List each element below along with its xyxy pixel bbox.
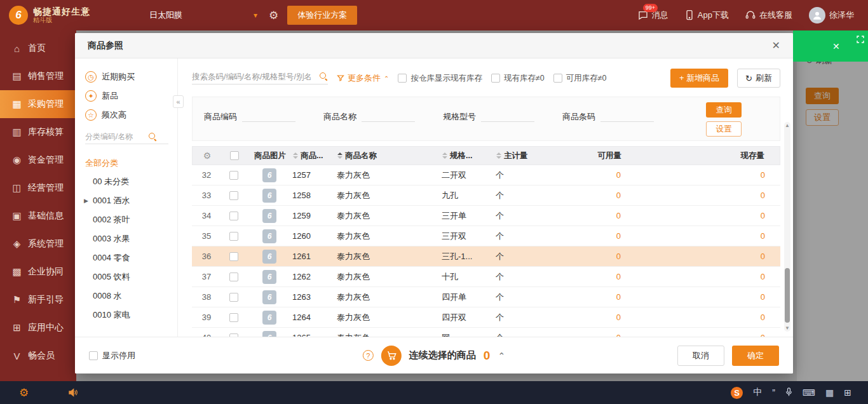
app-download-button[interactable]: App下载	[685, 10, 729, 21]
product-search-input[interactable]	[192, 72, 320, 81]
filter-spec-input[interactable]	[481, 112, 534, 122]
online-service-button[interactable]: 在线客服	[745, 10, 792, 21]
search-icon[interactable]	[320, 72, 328, 81]
sidebar-item-operations[interactable]: ◫ 经营管理	[0, 174, 76, 202]
col-code[interactable]: 商品...	[293, 151, 337, 161]
sidebar-item-member[interactable]: V 畅会员	[0, 342, 76, 370]
help-icon[interactable]: ?	[363, 350, 374, 361]
taskbar-gear-icon[interactable]: ⚙	[19, 386, 29, 400]
sidebar-item-collaboration[interactable]: ▩ 企业协同	[0, 258, 76, 286]
org-selector[interactable]: 日太阳膜 ▾	[149, 10, 257, 21]
row-checkbox[interactable]	[229, 252, 238, 261]
sidebar-item-home[interactable]: ⌂ 首页	[0, 34, 76, 62]
more-filters-button[interactable]: 更多条件 ⌃	[337, 72, 389, 84]
category-all[interactable]: 全部分类	[85, 154, 168, 172]
scrollbar-thumb[interactable]	[785, 268, 790, 323]
sidebar-item-base-info[interactable]: ▣ 基础信息	[0, 202, 76, 230]
checkbox-icon[interactable]	[89, 351, 98, 360]
messages-button[interactable]: 99+ 消息	[638, 10, 668, 21]
show-disabled-checkbox[interactable]: 显示停用	[89, 350, 135, 361]
chinese-mode-icon[interactable]: 中	[753, 387, 762, 398]
grid-icon[interactable]: ⊞	[844, 387, 851, 398]
checkbox-stock-nonzero[interactable]: 现有库存≠0	[491, 73, 545, 84]
settings-gear-icon[interactable]: ⚙	[269, 9, 278, 22]
table-row[interactable]: 35 6 1260 泰力灰色 三开双 个 0 0	[192, 226, 780, 246]
filter-barcode-input[interactable]	[600, 112, 654, 122]
category-item[interactable]: 0004 零食	[85, 248, 168, 267]
row-checkbox[interactable]	[229, 191, 238, 200]
filter-code-input[interactable]	[242, 112, 295, 122]
table-row[interactable]: 33 6 1258 泰力灰色 九孔 个 0 0	[192, 185, 780, 206]
table-row[interactable]: 37 6 1262 泰力灰色 十孔 个 0 0	[192, 267, 780, 287]
sogou-input-icon[interactable]: S	[731, 387, 743, 399]
sidebar-item-guide[interactable]: ⚑ 新手引导	[0, 286, 76, 314]
col-image[interactable]: 商品图片	[247, 151, 293, 161]
sidebar-item-system[interactable]: ◈ 系统管理	[0, 230, 76, 258]
confirm-button[interactable]: 确定	[732, 346, 779, 366]
checkbox-warehouse-stock[interactable]: 按仓库显示现有库存	[398, 73, 482, 84]
cart-icon[interactable]	[381, 346, 402, 366]
table-settings-gear-icon[interactable]: ⚙	[193, 151, 222, 161]
sort-icon[interactable]	[293, 152, 298, 159]
category-item[interactable]: 0005 饮料	[85, 267, 168, 286]
mic-icon[interactable]	[785, 387, 792, 398]
checkbox-icon[interactable]	[398, 74, 407, 83]
checkbox-icon[interactable]	[553, 74, 562, 83]
row-checkbox[interactable]	[229, 273, 238, 281]
category-item[interactable]: 00 未分类	[85, 172, 168, 191]
table-row[interactable]: 38 6 1263 泰力灰色 四开单 个 0 0	[192, 287, 780, 307]
category-item[interactable]: ▶ 0001 酒水	[85, 191, 168, 210]
add-product-button[interactable]: + 新增商品	[670, 69, 728, 88]
table-row[interactable]: 32 6 1257 泰力灰色 二开双 个 0 0	[192, 165, 780, 185]
sort-icon[interactable]	[496, 152, 501, 159]
sidebar-item-funds[interactable]: ◉ 资金管理	[0, 146, 76, 174]
col-stock[interactable]: 现存量	[627, 151, 780, 161]
table-row-selected[interactable]: 36 6 1261 泰力灰色 三孔-1... 个 0 0	[192, 246, 780, 267]
toolbox-icon[interactable]: ▦	[825, 387, 834, 398]
query-button[interactable]: 查询	[706, 102, 742, 118]
expand-triangle-icon[interactable]: ▶	[84, 198, 88, 204]
quick-item-new[interactable]: ✦ 新品	[85, 86, 168, 105]
sidebar-item-inventory[interactable]: ▥ 库存核算	[0, 118, 76, 146]
table-row[interactable]: 39 6 1264 泰力灰色 四开双 个 0 0	[192, 307, 780, 328]
quick-item-frequent[interactable]: ☆ 频次高	[85, 105, 168, 125]
category-item[interactable]: 0008 水	[85, 286, 168, 306]
category-item[interactable]: 0010 家电	[85, 306, 168, 325]
row-checkbox[interactable]	[229, 293, 238, 302]
punctuation-icon[interactable]: ”	[772, 387, 775, 398]
sidebar-item-sales[interactable]: ▤ 销售管理	[0, 62, 76, 90]
category-item[interactable]: 0002 茶叶	[85, 210, 168, 229]
user-menu[interactable]: 徐泽华	[809, 7, 854, 24]
sort-icon[interactable]	[442, 152, 447, 159]
vertical-scrollbar[interactable]: ▲ ▼	[784, 122, 790, 332]
fullscreen-icon[interactable]	[857, 36, 864, 45]
row-checkbox[interactable]	[229, 313, 238, 322]
toast-close-icon[interactable]: ✕	[832, 41, 840, 51]
speaker-icon[interactable]	[68, 388, 78, 397]
trial-solution-button[interactable]: 体验行业方案	[287, 6, 357, 25]
col-name[interactable]: 商品名称	[337, 151, 442, 161]
category-search-input[interactable]	[85, 132, 149, 141]
category-item[interactable]: 0003 水果	[85, 229, 168, 248]
collapse-panel-button[interactable]: «	[173, 95, 184, 108]
col-available[interactable]: 可用量	[553, 151, 627, 161]
scroll-up-arrow[interactable]: ▲	[784, 123, 790, 128]
checkbox-icon[interactable]	[491, 74, 500, 83]
search-icon[interactable]	[149, 133, 157, 141]
sidebar-item-app-center[interactable]: ⊞ 应用中心	[0, 314, 76, 342]
settings-button[interactable]: 设置	[706, 121, 742, 137]
quick-item-recent[interactable]: ◷ 近期购买	[85, 67, 168, 86]
collapse-chevron-icon[interactable]: ⌃	[498, 351, 505, 361]
refresh-button[interactable]: ↻ 刷新	[737, 69, 780, 88]
col-spec[interactable]: 规格...	[442, 151, 496, 161]
col-unit[interactable]: 主计量	[496, 151, 553, 161]
row-checkbox[interactable]	[229, 232, 238, 241]
filter-name-input[interactable]	[362, 112, 415, 122]
close-icon[interactable]: ✕	[772, 39, 780, 51]
sort-icon[interactable]	[337, 152, 342, 159]
sidebar-item-purchase[interactable]: ▦ 采购管理	[0, 90, 76, 118]
keyboard-icon[interactable]: ⌨	[803, 387, 815, 398]
scroll-down-arrow[interactable]: ▼	[784, 325, 790, 331]
checkbox-available-nonzero[interactable]: 可用库存≠0	[553, 73, 607, 84]
row-checkbox[interactable]	[229, 171, 238, 180]
